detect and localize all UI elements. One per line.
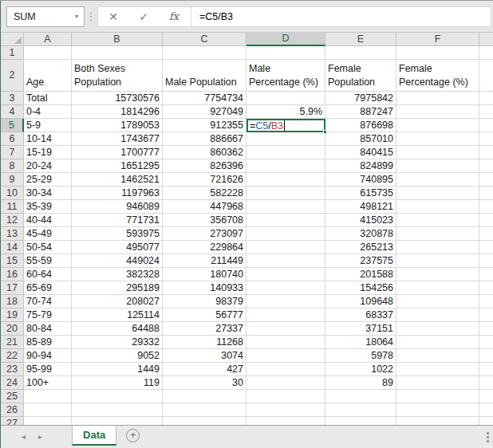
row-header-22[interactable]: 22 [1, 349, 24, 363]
scrollbar-grip[interactable] [487, 432, 489, 442]
cell-C26[interactable] [163, 403, 246, 417]
cell-A9[interactable]: 25-29 [24, 173, 72, 187]
cell-A14[interactable]: 50-54 [24, 241, 72, 254]
cell-D14[interactable] [246, 241, 325, 254]
cell-A20[interactable]: 80-84 [24, 322, 72, 336]
cell-B13[interactable]: 593975 [72, 227, 163, 241]
cell-C17[interactable]: 140933 [163, 281, 246, 295]
cell-E16[interactable]: 201588 [325, 268, 396, 281]
cell-E15[interactable]: 237575 [325, 254, 396, 268]
cell-D11[interactable] [246, 200, 325, 214]
cell-F16[interactable] [396, 268, 479, 281]
cell-partial-14[interactable] [479, 241, 493, 254]
cell-A5[interactable]: 5-9 [24, 119, 72, 132]
row-header-24[interactable]: 24 [1, 376, 24, 390]
row-header-7[interactable]: 7 [1, 146, 24, 159]
cell-C10[interactable]: 582228 [163, 187, 246, 200]
cell-F2[interactable]: Female Percentage (%) [396, 60, 479, 92]
cell-B11[interactable]: 946089 [72, 200, 163, 214]
insert-function-icon[interactable]: fx [159, 10, 189, 22]
cell-D13[interactable] [246, 227, 325, 241]
cell-B24[interactable]: 119 [72, 376, 163, 390]
cell-E3[interactable]: 7975842 [325, 92, 396, 105]
row-header-13[interactable]: 13 [1, 227, 24, 241]
cell-B15[interactable]: 449024 [72, 254, 163, 268]
cell-F13[interactable] [396, 227, 479, 241]
cell-A11[interactable]: 35-39 [24, 200, 72, 214]
cell-C21[interactable]: 11268 [163, 336, 246, 349]
cell-B8[interactable]: 1651295 [72, 159, 163, 173]
cell-E18[interactable]: 109648 [325, 295, 396, 308]
name-box[interactable]: SUM ▾ [6, 6, 85, 27]
cell-F4[interactable] [396, 105, 479, 119]
cell-E26[interactable] [325, 403, 396, 417]
cell-C6[interactable]: 886667 [163, 132, 246, 146]
add-sheet-button[interactable]: + [126, 429, 140, 442]
cell-partial-4[interactable] [479, 105, 493, 119]
cell-E1[interactable] [325, 46, 396, 60]
cell-E2[interactable]: Female Population [325, 60, 396, 92]
cell-E23[interactable]: 1022 [325, 363, 396, 376]
row-header-8[interactable]: 8 [1, 159, 24, 173]
cell-D6[interactable] [246, 132, 325, 146]
cell-B1[interactable] [72, 46, 163, 60]
cell-E14[interactable]: 265213 [325, 241, 396, 254]
cell-E10[interactable]: 615735 [325, 187, 396, 200]
cell-E4[interactable]: 887247 [325, 105, 396, 119]
cell-F6[interactable] [396, 132, 479, 146]
cell-D2[interactable]: Male Percentage (%) [246, 60, 325, 92]
cell-F3[interactable] [396, 92, 479, 105]
cell-B22[interactable]: 9052 [72, 349, 163, 363]
cell-B12[interactable]: 771731 [72, 214, 163, 227]
cell-D23[interactable] [246, 363, 325, 376]
cell-B20[interactable]: 64488 [72, 322, 163, 336]
cell-E7[interactable]: 840415 [325, 146, 396, 159]
cell-C14[interactable]: 229864 [163, 241, 246, 254]
cell-B6[interactable]: 1743677 [72, 132, 163, 146]
cell-partial-8[interactable] [479, 159, 493, 173]
cell-A15[interactable]: 55-59 [24, 254, 72, 268]
cell-E17[interactable]: 154256 [325, 281, 396, 295]
cell-B7[interactable]: 1700777 [72, 146, 163, 159]
name-box-dropdown-icon[interactable]: ▾ [69, 13, 84, 20]
select-all-corner[interactable] [1, 33, 24, 46]
row-header-16[interactable]: 16 [1, 268, 24, 281]
cell-D4[interactable]: 5.9% [246, 105, 325, 119]
cell-F23[interactable] [396, 363, 479, 376]
cell-B23[interactable]: 1449 [72, 363, 163, 376]
cell-E22[interactable]: 5978 [325, 349, 396, 363]
enter-icon[interactable]: ✓ [128, 10, 159, 23]
cell-A1[interactable] [24, 46, 72, 60]
cell-A6[interactable]: 10-14 [24, 132, 72, 146]
cell-F19[interactable] [396, 308, 479, 322]
column-header-A[interactable]: A [24, 33, 72, 46]
cell-partial-1[interactable] [479, 46, 493, 60]
cell-F12[interactable] [396, 214, 479, 227]
cell-C9[interactable]: 721626 [163, 173, 246, 187]
cell-F22[interactable] [396, 349, 479, 363]
cell-D19[interactable] [246, 308, 325, 322]
cell-partial-10[interactable] [479, 187, 493, 200]
cell-E12[interactable]: 415023 [325, 214, 396, 227]
cell-B16[interactable]: 382328 [72, 268, 163, 281]
cell-F11[interactable] [396, 200, 479, 214]
column-header-C[interactable]: C [163, 33, 246, 46]
cell-E24[interactable]: 89 [325, 376, 396, 390]
cell-D18[interactable] [246, 295, 325, 308]
cell-C8[interactable]: 826396 [163, 159, 246, 173]
cell-E9[interactable]: 740895 [325, 173, 396, 187]
cell-partial-7[interactable] [479, 146, 493, 159]
column-header-B[interactable]: B [72, 33, 163, 46]
cell-E21[interactable]: 18064 [325, 336, 396, 349]
cell-C15[interactable]: 211449 [163, 254, 246, 268]
sheet-nav-right-icon[interactable]: ▸ [38, 432, 42, 441]
row-header-1[interactable]: 1 [1, 46, 24, 60]
row-header-18[interactable]: 18 [1, 295, 24, 308]
row-header-21[interactable]: 21 [1, 336, 24, 349]
cell-partial-23[interactable] [479, 363, 493, 376]
cell-B10[interactable]: 1197963 [72, 187, 163, 200]
row-header-25[interactable]: 25 [1, 390, 24, 403]
cell-E6[interactable]: 857010 [325, 132, 396, 146]
cell-D10[interactable] [246, 187, 325, 200]
row-header-15[interactable]: 15 [1, 254, 24, 268]
